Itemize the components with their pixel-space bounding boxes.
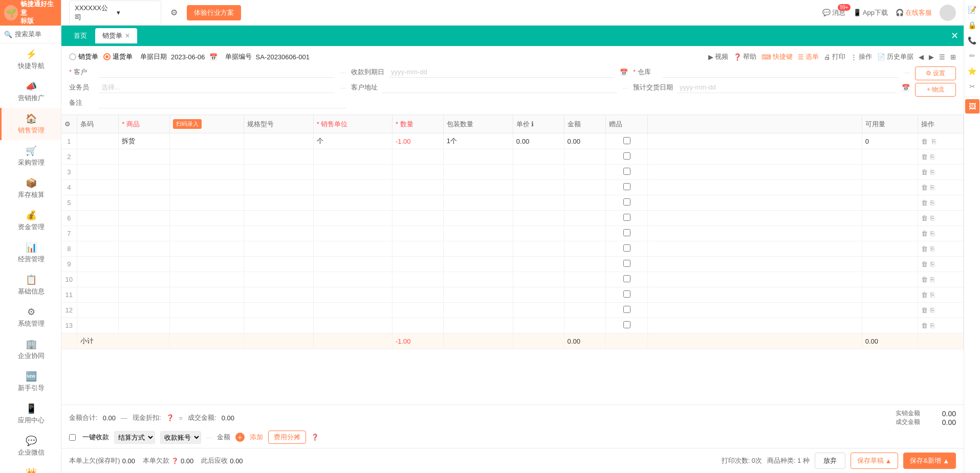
address-more-icon[interactable]: ··· xyxy=(622,84,628,92)
gift-checkbox-9[interactable] xyxy=(623,260,630,267)
sidebar-item-finance[interactable]: 💰 资金管理 xyxy=(0,205,61,237)
delivery-cal-icon[interactable]: 📅 xyxy=(902,84,910,92)
gift-checkbox-6[interactable] xyxy=(623,214,630,221)
delete-row-7-btn[interactable]: 🗑 xyxy=(921,230,928,237)
delete-row-9-btn[interactable]: 🗑 xyxy=(921,260,928,268)
cell-product-2[interactable] xyxy=(119,149,170,165)
tab-close-icon[interactable]: ✕ xyxy=(125,32,130,39)
app-download-btn[interactable]: 📱 App下载 xyxy=(853,8,888,17)
settlement-select[interactable]: 结算方式 xyxy=(114,431,155,444)
gift-checkbox-2[interactable] xyxy=(623,152,630,160)
delete-row-1-btn[interactable]: 🗑 xyxy=(921,138,928,145)
warehouse-input[interactable]: 建材仓 xyxy=(663,66,899,78)
delete-row-8-btn[interactable]: 🗑 xyxy=(921,245,928,253)
delete-row-13-btn[interactable]: 🗑 xyxy=(921,322,928,329)
delete-row-10-btn[interactable]: 🗑 xyxy=(921,276,928,283)
delete-row-3-btn[interactable]: 🗑 xyxy=(921,168,928,176)
list-view-btn[interactable]: ☰ xyxy=(939,53,945,61)
radio-return-order[interactable]: 退货单 xyxy=(103,52,133,61)
warehouse-more-icon[interactable]: ··· xyxy=(904,69,910,76)
sidebar-item-corp[interactable]: 🏢 企业协同 xyxy=(0,333,61,366)
sidebar-item-purchase[interactable]: 🛒 采购管理 xyxy=(0,140,61,172)
copy-row-11-btn[interactable]: ⎘ xyxy=(930,291,934,299)
print-btn[interactable]: 🖨打印 xyxy=(824,52,845,61)
gift-checkbox-8[interactable] xyxy=(623,244,630,252)
salesperson-more-icon[interactable]: ··· xyxy=(340,84,346,92)
radio-sales-order[interactable]: 销货单 xyxy=(69,52,98,61)
tab-sales-order[interactable]: 销货单 ✕ xyxy=(95,28,137,43)
cell-product-1[interactable]: 拆货 xyxy=(119,133,170,149)
history-btn[interactable]: 📄历史单据 xyxy=(877,52,913,61)
right-panel-btn-7[interactable]: 🖼 xyxy=(965,99,979,114)
right-panel-btn-1[interactable]: 📝 xyxy=(965,3,979,17)
gift-checkbox-12[interactable] xyxy=(623,306,630,313)
calendar-icon[interactable]: 📅 xyxy=(209,53,217,61)
sidebar-item-basic-info[interactable]: 📋 基础信息 xyxy=(0,269,61,301)
copy-row-13-btn[interactable]: ⎘ xyxy=(930,322,934,329)
select-btn[interactable]: ☰选单 xyxy=(798,52,819,61)
settings-gear-btn[interactable]: ⚙ xyxy=(166,5,182,20)
save-draft-btn[interactable]: 保存草稿 ▲ xyxy=(851,453,899,469)
cell-barcode-1[interactable] xyxy=(77,133,119,149)
sidebar-item-wechat[interactable]: 💬 企业微信 xyxy=(0,430,61,462)
close-all-tabs-btn[interactable]: ✕ xyxy=(951,30,959,41)
copy-row-5-btn[interactable]: ⎘ xyxy=(930,199,934,207)
copy-row-1-btn[interactable]: ⎘ xyxy=(932,138,936,145)
cell-gift-1[interactable] xyxy=(606,133,648,149)
scan-btn[interactable]: 扫码录入 xyxy=(173,119,202,129)
message-btn[interactable]: 💬 消息 99+ xyxy=(822,8,845,17)
trial-btn[interactable]: 体验行业方案 xyxy=(187,5,241,20)
cell-barcode-2[interactable] xyxy=(77,149,119,165)
delete-row-12-btn[interactable]: 🗑 xyxy=(921,306,928,314)
cell-specmodel-1[interactable] xyxy=(244,133,313,149)
account-select[interactable]: 收款账号 xyxy=(160,431,201,444)
sidebar-search[interactable]: 🔍 搜索菜单 xyxy=(0,26,61,43)
delete-row-6-btn[interactable]: 🗑 xyxy=(921,214,928,222)
cell-pack-qty-1[interactable]: 1个 xyxy=(443,133,513,149)
copy-row-7-btn[interactable]: ⎘ xyxy=(930,230,934,237)
operations-btn[interactable]: ⋮操作 xyxy=(851,52,872,61)
gift-checkbox-10[interactable] xyxy=(623,275,630,282)
delivery-date-input[interactable] xyxy=(677,82,896,93)
delete-row-11-btn[interactable]: 🗑 xyxy=(921,291,928,299)
sidebar-item-operations[interactable]: 📊 经营管理 xyxy=(0,237,61,269)
debt-help-icon[interactable]: ❓ xyxy=(171,458,179,464)
cell-amount-1[interactable]: 0.00 xyxy=(564,133,606,149)
delete-row-5-btn[interactable]: 🗑 xyxy=(921,199,928,207)
shortcut-btn[interactable]: ⌨快捷键 xyxy=(761,52,793,61)
gift-checkbox-13[interactable] xyxy=(623,321,630,328)
cell-quantity-1[interactable]: -1.00 xyxy=(392,133,443,149)
cell-unit-1[interactable]: 个 xyxy=(313,133,392,149)
expense-btn[interactable]: 费用分摊 xyxy=(268,431,306,444)
customer-input[interactable] xyxy=(99,66,335,78)
copy-row-2-btn[interactable]: ⎘ xyxy=(930,153,934,161)
save-new-btn[interactable]: 保存&新增 ▲ xyxy=(903,453,956,469)
payment-date-input[interactable] xyxy=(388,66,614,78)
customer-more-icon[interactable]: ··· xyxy=(340,69,346,76)
sidebar-item-apps[interactable]: 📱 应用中心 xyxy=(0,398,61,430)
right-panel-btn-4[interactable]: ✏ xyxy=(965,49,979,63)
copy-row-8-btn[interactable]: ⎘ xyxy=(930,245,934,253)
copy-row-12-btn[interactable]: ⎘ xyxy=(930,306,934,314)
sidebar-item-sales[interactable]: 🏠 销售管理 xyxy=(0,108,61,140)
tab-home[interactable]: 首页 xyxy=(67,28,94,43)
copy-row-10-btn[interactable]: ⎘ xyxy=(930,276,934,283)
payment-cal-icon[interactable]: 📅 xyxy=(620,69,628,76)
delete-row-4-btn[interactable]: 🗑 xyxy=(921,184,928,191)
salesperson-input[interactable] xyxy=(99,82,335,93)
user-avatar[interactable] xyxy=(940,5,956,21)
delete-row-2-btn[interactable]: 🗑 xyxy=(921,153,928,161)
gift-checkbox-4[interactable] xyxy=(623,183,630,190)
copy-row-9-btn[interactable]: ⎘ xyxy=(930,260,934,268)
copy-row-4-btn[interactable]: ⎘ xyxy=(930,184,934,191)
right-panel-btn-6[interactable]: ✂ xyxy=(965,79,979,94)
sidebar-item-quick-nav[interactable]: ⚡ 快捷导航 xyxy=(0,43,61,76)
grid-view-btn[interactable]: ⊞ xyxy=(950,53,956,61)
cell-unit-price-1[interactable]: 0.00 xyxy=(513,133,564,149)
remarks-input[interactable] xyxy=(99,97,346,108)
gift-checkbox-7[interactable] xyxy=(623,229,630,236)
prev-btn[interactable]: ◀ xyxy=(919,53,924,61)
cell-spec-1[interactable] xyxy=(170,133,244,149)
help-btn[interactable]: ❓帮助 xyxy=(733,52,756,61)
right-panel-btn-3[interactable]: 📞 xyxy=(965,33,979,48)
